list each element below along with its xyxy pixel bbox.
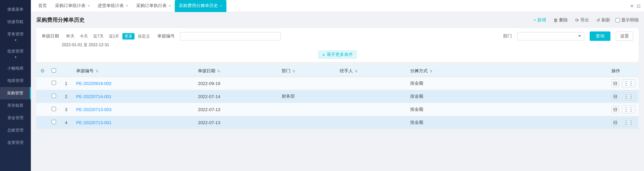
tab-purchase-order-exec[interactable]: 采购订单执行表 × — [132, 0, 175, 12]
row-doc-no-0: PE-20220919-002 — [73, 77, 195, 90]
row-edit-icon-1[interactable]: ⊟ — [611, 92, 619, 100]
delete-button[interactable]: 🗑 删除 — [551, 16, 570, 24]
dept-select[interactable]: 财务部 — [517, 32, 584, 40]
sidebar-item-purchase[interactable]: 采购管理 — [0, 87, 31, 99]
dept-select-group: 财务部 — [517, 32, 584, 40]
chevron-down-icon: ∨ — [322, 52, 325, 57]
row-checkbox-1[interactable] — [52, 94, 56, 98]
row-doc-date-2: 2022-07-13 — [195, 103, 278, 116]
tab-close-purchase-order-exec[interactable]: × — [169, 4, 171, 8]
sidebar: 搜索菜单快捷导航零售管理▾批发管理▾小畅电商电商管理采购管理库存核算资金管理总账… — [0, 0, 31, 171]
sort-doc-date-icon[interactable]: ⇅ — [217, 69, 220, 73]
sidebar-item-ecommerce[interactable]: 电商管理 — [0, 75, 31, 87]
row-doc-no-1: PE-20220714-001 — [73, 90, 195, 103]
tab-purchase-fee-history[interactable]: 采购费用分摊单历史 × — [175, 0, 226, 12]
sidebar-item-label-purchase: 采购管理 — [7, 90, 23, 96]
sidebar-item-retail[interactable]: 零售管理▾ — [0, 28, 31, 45]
date-filter-label: 单据日期 — [42, 33, 59, 39]
select-all-checkbox[interactable] — [52, 68, 56, 73]
sidebar-item-finance[interactable]: 资金管理 — [0, 112, 31, 124]
row-num-3: 4 — [59, 116, 73, 129]
sidebar-item-smallshop[interactable]: 小畅电商 — [0, 62, 31, 75]
export-button[interactable]: ⟳ 导出 — [573, 16, 591, 24]
restore-window-icon[interactable]: ⊡ — [637, 3, 641, 9]
row-handler-2 — [336, 103, 407, 116]
row-more-icon-0[interactable]: ⋮⋮ — [622, 79, 635, 87]
row-doc-no-3: PE-20220713-001 — [73, 116, 195, 129]
toolbar: + 新增 🗑 删除 ⟳ 导出 ↺ 刷新 显示明细 — [532, 16, 639, 24]
sidebar-item-quicknav[interactable]: 快捷导航 — [0, 16, 31, 28]
row-num-0: 1 — [59, 77, 73, 90]
row-settings-3 — [36, 116, 48, 129]
row-checkbox-cell-2 — [48, 103, 59, 116]
tab-purchase-order-stats[interactable]: 采购订单统计表 × — [51, 0, 94, 12]
sidebar-item-label-wholesale: 批发管理 — [7, 49, 23, 54]
shortcut-1month[interactable]: 近1月 — [107, 33, 121, 39]
row-checkbox-3[interactable] — [52, 120, 56, 124]
add-button[interactable]: + 新增 — [532, 16, 548, 24]
tab-close-inbound-stats[interactable]: × — [126, 4, 128, 8]
filter-settings-button[interactable]: 设置 — [616, 31, 633, 41]
row-edit-icon-3[interactable]: ⊟ — [611, 118, 619, 126]
sidebar-item-inventory[interactable]: 库存核算 — [0, 99, 31, 112]
row-checkbox-2[interactable] — [52, 107, 56, 111]
query-button[interactable]: 查询 — [590, 31, 610, 41]
sort-split-method-icon[interactable]: ⇅ — [430, 69, 432, 73]
expand-row: ∨ 展开更多条件 — [42, 51, 633, 59]
refresh-button[interactable]: ↺ 刷新 — [594, 16, 612, 24]
row-split-method-2: 按金额 — [407, 103, 608, 116]
doc-no-input[interactable] — [180, 32, 281, 40]
tab-inbound-stats[interactable]: 进货单统计表 × — [94, 0, 132, 12]
doc-no-link-3[interactable]: PE-20220713-001 — [76, 120, 112, 125]
row-more-icon-3[interactable]: ⋮⋮ — [622, 118, 635, 126]
sidebar-item-label-smallshop: 小畅电商 — [7, 66, 23, 71]
sidebar-item-label-finance: 资金管理 — [7, 115, 23, 121]
row-checkbox-0[interactable] — [52, 81, 56, 85]
col-split-method: 分摊方式 ⇅ — [407, 65, 608, 77]
tab-home[interactable]: 首页 — [34, 0, 51, 12]
shortcut-7days[interactable]: 近7天 — [91, 33, 106, 39]
sidebar-item-wholesale[interactable]: 批发管理▾ — [0, 45, 31, 62]
expand-conditions-button[interactable]: ∨ 展开更多条件 — [318, 51, 357, 59]
row-settings-0 — [36, 77, 48, 90]
tab-close-purchase-order-stats[interactable]: × — [88, 4, 90, 8]
date-shortcuts: 昨天 今天 近7天 近1月 更多 自定义 — [64, 33, 152, 39]
shortcut-more[interactable]: 更多 — [122, 33, 135, 39]
sort-dept-icon[interactable]: ⇅ — [292, 69, 295, 73]
tab-label-purchase-order-exec: 采购订单执行表 — [136, 3, 167, 9]
date-range-display: 2022-01-01 至 2022-12-31 — [62, 42, 109, 47]
sidebar-item-invoice[interactable]: 发票管理 — [0, 137, 31, 149]
close-window-icon[interactable]: ✕ — [630, 3, 634, 9]
doc-no-link-2[interactable]: PE-20220713-003 — [76, 107, 112, 112]
row-edit-icon-0[interactable]: ⊟ — [611, 79, 619, 87]
tab-close-purchase-fee-history[interactable]: × — [220, 4, 222, 8]
row-checkbox-cell-3 — [48, 116, 59, 129]
col-actions: 操作 — [608, 65, 639, 77]
shortcut-yesterday[interactable]: 昨天 — [64, 33, 76, 39]
refresh-icon: ↺ — [596, 18, 600, 23]
sort-doc-no-icon[interactable]: ⇅ — [96, 69, 98, 73]
row-edit-icon-2[interactable]: ⊟ — [611, 105, 619, 113]
col-num — [59, 65, 73, 77]
sidebar-item-label-search: 搜索菜单 — [7, 7, 23, 12]
doc-no-link-0[interactable]: PE-20220919-002 — [76, 81, 112, 86]
row-actions-3: ⊟ ⋮⋮ — [608, 116, 639, 129]
sidebar-item-label-ledger: 总账管理 — [7, 127, 23, 133]
table-header: ⚙ 单据编号 ⇅ 单据日期 ⇅ — [36, 65, 639, 77]
sidebar-item-label-ecommerce: 电商管理 — [7, 78, 23, 84]
row-dept-2 — [278, 103, 336, 116]
page-title: 采购费用分摊单历史 — [36, 17, 85, 24]
sidebar-item-search[interactable]: 搜索菜单 — [0, 3, 31, 16]
row-more-icon-2[interactable]: ⋮⋮ — [622, 105, 635, 113]
doc-no-input-group — [180, 32, 498, 40]
sort-handler-icon[interactable]: ⇅ — [355, 69, 358, 73]
row-more-icon-1[interactable]: ⋮⋮ — [622, 92, 635, 100]
show-cols-checkbox-label[interactable]: 显示明细 — [615, 17, 639, 23]
shortcut-today[interactable]: 今天 — [78, 33, 90, 39]
column-settings-icon[interactable]: ⚙ — [40, 68, 45, 74]
show-cols-checkbox[interactable] — [615, 18, 620, 22]
shortcut-custom[interactable]: 自定义 — [136, 33, 152, 39]
sidebar-item-ledger[interactable]: 总账管理 — [0, 124, 31, 137]
col-checkbox — [48, 65, 59, 77]
doc-no-link-1[interactable]: PE-20220714-001 — [76, 94, 112, 99]
